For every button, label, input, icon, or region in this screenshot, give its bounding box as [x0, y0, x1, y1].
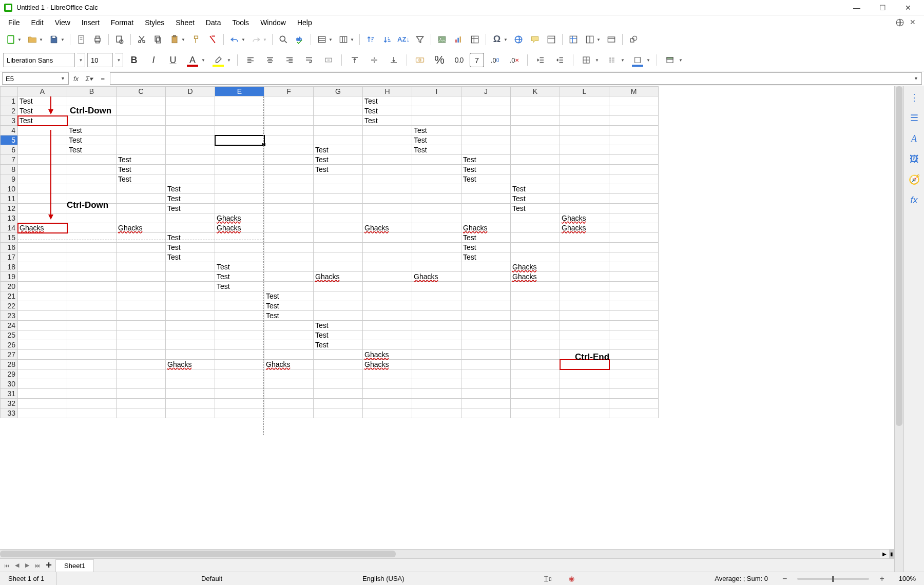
cell-D25[interactable]	[166, 330, 215, 340]
cell-I14[interactable]	[412, 223, 461, 233]
number-button[interactable]: 0.0	[450, 51, 468, 69]
font-name-input[interactable]	[3, 53, 75, 67]
cell-D32[interactable]	[166, 399, 215, 408]
cell-A19[interactable]	[18, 272, 67, 282]
cell-G6[interactable]: Test	[314, 145, 363, 155]
status-style[interactable]: Default	[197, 575, 226, 582]
col-header-H[interactable]: H	[363, 87, 412, 96]
cell-G13[interactable]	[314, 213, 363, 223]
cell-F9[interactable]	[264, 174, 314, 184]
cell-C10[interactable]	[117, 184, 166, 194]
cell-A17[interactable]	[18, 252, 67, 262]
cell-A13[interactable]	[18, 213, 67, 223]
cell-A6[interactable]	[18, 145, 67, 155]
cell-K13[interactable]	[511, 213, 560, 223]
col-header-B[interactable]: B	[67, 87, 117, 96]
cell-J21[interactable]	[461, 291, 511, 301]
cell-I30[interactable]	[412, 379, 461, 389]
cell-D8[interactable]	[166, 165, 215, 174]
row-header-33[interactable]: 33	[1, 408, 18, 418]
col-header-A[interactable]: A	[18, 87, 67, 96]
cell-E12[interactable]	[215, 204, 264, 213]
row-header-26[interactable]: 26	[1, 340, 18, 350]
cell-J26[interactable]	[461, 340, 511, 350]
cell-D26[interactable]	[166, 340, 215, 350]
cell-F15[interactable]	[264, 233, 314, 243]
save-button[interactable]: ▼	[46, 32, 62, 47]
cell-C27[interactable]	[117, 350, 166, 360]
cell-B18[interactable]	[67, 262, 117, 272]
maximize-button[interactable]: ☐	[871, 0, 894, 15]
cell-A22[interactable]	[18, 301, 67, 311]
cell-E5[interactable]	[215, 135, 264, 145]
cell-A25[interactable]	[18, 330, 67, 340]
cell-G30[interactable]	[314, 379, 363, 389]
cell-J8[interactable]: Test	[461, 165, 511, 174]
cell-D30[interactable]	[166, 379, 215, 389]
valign-bot-button[interactable]	[385, 51, 402, 69]
cell-B7[interactable]	[67, 155, 117, 165]
cell-J17[interactable]: Test	[461, 252, 511, 262]
row-header-25[interactable]: 25	[1, 330, 18, 340]
menu-view[interactable]: View	[50, 16, 75, 29]
cell-J10[interactable]	[461, 184, 511, 194]
cell-M20[interactable]	[609, 282, 659, 291]
row-header-29[interactable]: 29	[1, 369, 18, 379]
row-header-10[interactable]: 10	[1, 184, 18, 194]
cell-G25[interactable]: Test	[314, 330, 363, 340]
cell-I32[interactable]	[412, 399, 461, 408]
cell-B9[interactable]	[67, 174, 117, 184]
cell-C9[interactable]: Test	[117, 174, 166, 184]
cell-G29[interactable]	[314, 369, 363, 379]
cell-A4[interactable]	[18, 126, 67, 135]
cell-C33[interactable]	[117, 408, 166, 418]
pivot-button[interactable]	[467, 32, 483, 47]
spellcheck-button[interactable]: ab	[292, 32, 307, 47]
currency-button[interactable]	[411, 51, 429, 69]
cell-G17[interactable]	[314, 252, 363, 262]
cell-L1[interactable]	[560, 96, 609, 106]
globe-icon[interactable]	[895, 18, 904, 27]
minimize-button[interactable]: —	[845, 0, 869, 15]
row-header-21[interactable]: 21	[1, 291, 18, 301]
cell-H4[interactable]	[363, 126, 412, 135]
row-header-3[interactable]: 3	[1, 116, 18, 126]
cell-F23[interactable]: Test	[264, 311, 314, 321]
cell-L7[interactable]	[560, 155, 609, 165]
menu-data[interactable]: Data	[201, 16, 226, 29]
cell-G2[interactable]	[314, 106, 363, 116]
cell-C6[interactable]	[117, 145, 166, 155]
cell-G9[interactable]	[314, 174, 363, 184]
cell-D4[interactable]	[166, 126, 215, 135]
cell-L30[interactable]	[560, 379, 609, 389]
col-header-D[interactable]: D	[166, 87, 215, 96]
cell-M6[interactable]	[609, 145, 659, 155]
cell-I1[interactable]	[412, 96, 461, 106]
special-char-button[interactable]: Ω▼	[489, 32, 505, 47]
valign-mid-button[interactable]	[365, 51, 383, 69]
sidebar-navigator-icon[interactable]: 🧭	[907, 172, 921, 187]
cell-D2[interactable]	[166, 106, 215, 116]
cell-C3[interactable]	[117, 116, 166, 126]
sort-asc-button[interactable]	[363, 32, 378, 47]
align-right-button[interactable]	[281, 51, 298, 69]
cell-I20[interactable]	[412, 282, 461, 291]
cell-E22[interactable]	[215, 301, 264, 311]
cell-G3[interactable]	[314, 116, 363, 126]
cell-M19[interactable]	[609, 272, 659, 282]
cell-J31[interactable]	[461, 389, 511, 399]
cell-B29[interactable]	[67, 369, 117, 379]
cell-C17[interactable]	[117, 252, 166, 262]
formula-input[interactable]: ▼	[110, 72, 922, 85]
cell-B23[interactable]	[67, 311, 117, 321]
cell-C31[interactable]	[117, 389, 166, 399]
cell-D3[interactable]	[166, 116, 215, 126]
cell-L19[interactable]	[560, 272, 609, 282]
cell-M33[interactable]	[609, 408, 659, 418]
cell-C5[interactable]	[117, 135, 166, 145]
zoom-in-button[interactable]: +	[877, 574, 886, 583]
cell-B8[interactable]	[67, 165, 117, 174]
col-header-K[interactable]: K	[511, 87, 560, 96]
cell-I19[interactable]: Ghacks	[412, 272, 461, 282]
cell-H13[interactable]	[363, 213, 412, 223]
